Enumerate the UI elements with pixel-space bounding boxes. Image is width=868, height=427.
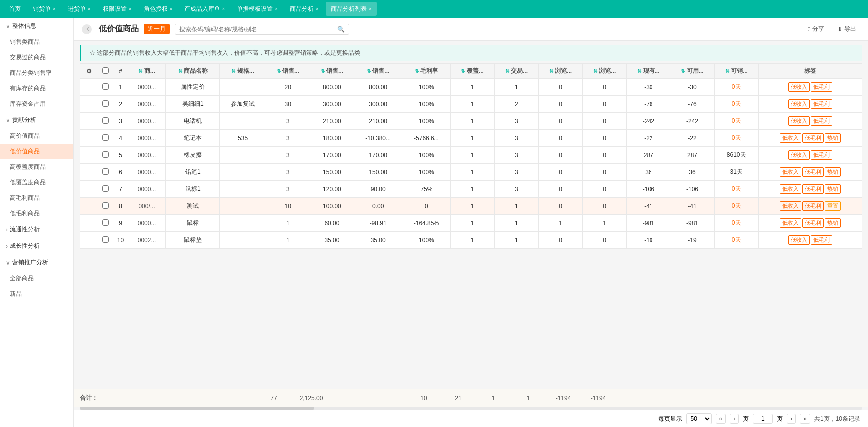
row-checkbox[interactable] — [102, 219, 109, 226]
col-margin[interactable]: ⇅ 毛利率 — [402, 64, 450, 79]
nav-sales-close[interactable]: × — [53, 6, 56, 12]
sidebar-item-capital[interactable]: 库存资金占用 — [0, 96, 73, 112]
cell-checkbox[interactable] — [98, 113, 113, 130]
col-sales2[interactable]: ⇅ 销售... — [310, 64, 354, 79]
row-checkbox[interactable] — [102, 117, 109, 124]
sidebar-group-circulation[interactable]: › 流通性分析 — [0, 221, 73, 238]
sidebar-item-stocked[interactable]: 有库存的商品 — [0, 81, 73, 96]
collapse-sidebar-btn[interactable]: 《 — [82, 24, 92, 34]
col-stock2[interactable]: ⇅ 可用... — [670, 64, 714, 79]
cell-browse1[interactable]: 1 — [538, 215, 582, 232]
cell-browse1[interactable]: 0 — [538, 147, 582, 164]
browse1-val[interactable]: 0 — [559, 186, 562, 193]
col-spec[interactable]: ⇅ 规格... — [220, 64, 266, 79]
sidebar-item-new-products[interactable]: 新品 — [0, 286, 73, 302]
cell-checkbox[interactable] — [98, 232, 113, 249]
col-sales3[interactable]: ⇅ 销售... — [354, 64, 402, 79]
nav-permissions[interactable]: 权限设置 × — [98, 2, 137, 16]
sidebar-group-overview[interactable]: ∨ 整体信息 — [0, 18, 73, 34]
row-checkbox[interactable] — [102, 185, 109, 192]
col-sellable[interactable]: ⇅ 可销... — [714, 64, 758, 79]
browse1-val[interactable]: 0 — [559, 101, 562, 108]
select-all-checkbox[interactable] — [102, 67, 109, 74]
cell-checkbox[interactable] — [98, 164, 113, 181]
nav-analysis-list-close[interactable]: × — [369, 6, 372, 12]
cell-browse1[interactable]: 0 — [538, 113, 582, 130]
cell-browse1[interactable]: 0 — [538, 198, 582, 215]
row-checkbox[interactable] — [102, 151, 109, 158]
nav-home[interactable]: 首页 — [4, 2, 26, 16]
sidebar-group-growth[interactable]: › 成长性分析 — [0, 238, 73, 254]
col-settings[interactable]: ⚙ — [80, 64, 98, 79]
nav-purchase-close[interactable]: × — [88, 6, 91, 12]
sidebar-item-low-value[interactable]: 低价值商品 — [0, 144, 73, 159]
col-browse1[interactable]: ⇅ 浏览... — [538, 64, 582, 79]
nav-permissions-close[interactable]: × — [129, 6, 132, 12]
prev-page-btn[interactable]: ‹ — [730, 414, 739, 424]
sidebar-item-high-margin[interactable]: 高毛利商品 — [0, 190, 73, 206]
nav-sales[interactable]: 销货单 × — [28, 2, 61, 16]
col-code[interactable]: ⇅ 商... — [128, 64, 166, 79]
period-badge[interactable]: 近一月 — [144, 24, 170, 34]
first-page-btn[interactable]: « — [716, 414, 726, 424]
nav-product-analysis-close[interactable]: × — [316, 6, 319, 12]
browse1-val[interactable]: 1 — [559, 220, 562, 227]
cell-browse1[interactable]: 0 — [538, 130, 582, 147]
cell-checkbox[interactable] — [98, 181, 113, 198]
next-page-btn[interactable]: › — [787, 414, 796, 424]
cell-browse1[interactable]: 0 — [538, 181, 582, 198]
nav-template-close[interactable]: × — [275, 6, 278, 12]
row-checkbox[interactable] — [102, 236, 109, 243]
col-stock1[interactable]: ⇅ 现有... — [627, 64, 670, 79]
nav-warehouse-close[interactable]: × — [222, 6, 225, 12]
sidebar-item-low-coverage[interactable]: 低覆盖度商品 — [0, 175, 73, 190]
row-checkbox[interactable] — [102, 168, 109, 175]
cell-checkbox[interactable] — [98, 198, 113, 215]
browse1-val[interactable]: 0 — [559, 84, 562, 91]
col-checkbox[interactable] — [98, 64, 113, 79]
sidebar-item-high-coverage[interactable]: 高覆盖度商品 — [0, 159, 73, 175]
nav-product-analysis[interactable]: 商品分析 × — [285, 2, 324, 16]
browse1-val[interactable]: 0 — [559, 169, 562, 176]
cell-browse1[interactable]: 0 — [538, 232, 582, 249]
search-input[interactable] — [179, 26, 335, 33]
cell-checkbox[interactable] — [98, 147, 113, 164]
sidebar-item-category-rate[interactable]: 商品分类销售率 — [0, 65, 73, 81]
sidebar-group-contribution[interactable]: ∨ 贡献分析 — [0, 112, 73, 128]
col-cover[interactable]: ⇅ 覆盖... — [450, 64, 494, 79]
sidebar-item-all-products[interactable]: 全部商品 — [0, 271, 73, 286]
browse1-val[interactable]: 0 — [559, 118, 562, 125]
nav-analysis-list[interactable]: 商品分析列表 × — [326, 2, 377, 16]
search-icon[interactable]: 🔍 — [337, 26, 345, 33]
cell-browse1[interactable]: 0 — [538, 164, 582, 181]
col-browse2[interactable]: ⇅ 浏览... — [583, 64, 627, 79]
share-button[interactable]: ⤴ 分享 — [803, 23, 828, 35]
nav-roles-close[interactable]: × — [170, 6, 173, 12]
browse1-val[interactable]: 0 — [559, 152, 562, 159]
nav-warehouse[interactable]: 产成品入库单 × — [179, 2, 230, 16]
browse1-val[interactable]: 0 — [559, 203, 562, 210]
cell-checkbox[interactable] — [98, 130, 113, 147]
cell-checkbox[interactable] — [98, 215, 113, 232]
browse1-val[interactable]: 0 — [559, 135, 562, 142]
row-checkbox[interactable] — [102, 134, 109, 141]
col-trade[interactable]: ⇅ 交易... — [494, 64, 538, 79]
sidebar-item-high-value[interactable]: 高价值商品 — [0, 128, 73, 144]
page-input[interactable] — [753, 414, 773, 424]
sidebar-item-sales-products[interactable]: 销售类商品 — [0, 34, 73, 50]
per-page-select[interactable]: 50 100 200 — [686, 413, 712, 424]
sidebar-group-marketing[interactable]: ∨ 营销推广分析 — [0, 254, 73, 271]
nav-roles[interactable]: 角色授权 × — [139, 2, 178, 16]
cell-checkbox[interactable] — [98, 79, 113, 96]
col-sales1[interactable]: ⇅ 销售... — [266, 64, 310, 79]
row-checkbox[interactable] — [102, 202, 109, 209]
col-name[interactable]: ⇅ 商品名称 — [166, 64, 220, 79]
cell-browse1[interactable]: 0 — [538, 96, 582, 113]
last-page-btn[interactable]: » — [800, 414, 810, 424]
row-checkbox[interactable] — [102, 100, 109, 107]
cell-checkbox[interactable] — [98, 96, 113, 113]
cell-browse1[interactable]: 0 — [538, 79, 582, 96]
browse1-val[interactable]: 0 — [559, 237, 562, 244]
nav-template[interactable]: 单据模板设置 × — [232, 2, 283, 16]
sidebar-item-traded-products[interactable]: 交易过的商品 — [0, 50, 73, 65]
